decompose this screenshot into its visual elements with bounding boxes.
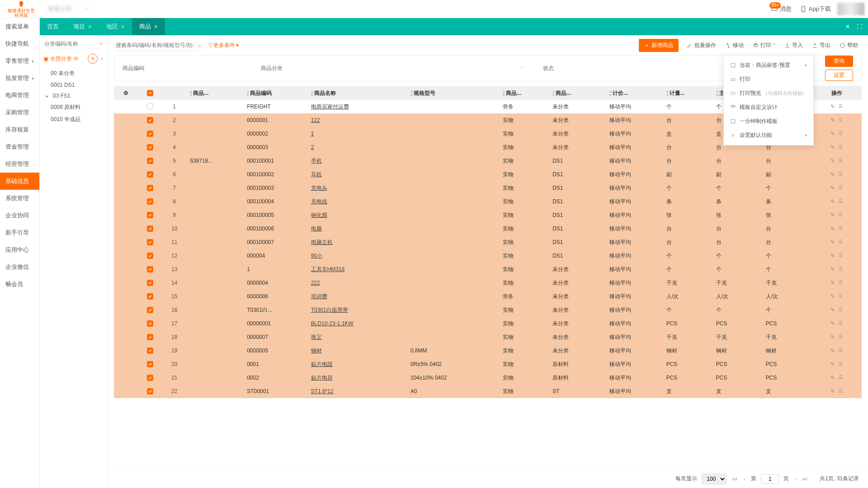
row-checkbox[interactable] <box>147 320 153 327</box>
cell-name[interactable]: 1 <box>307 127 407 141</box>
row-checkbox[interactable] <box>147 375 153 381</box>
more-row-button[interactable]: ⠿ <box>839 158 843 164</box>
column-category[interactable]: ▴▾商品... <box>549 86 606 100</box>
row-checkbox[interactable] <box>147 131 153 137</box>
edit-row-button[interactable]: ✎ <box>830 158 835 164</box>
category-all[interactable]: ▣ 全部分类 ⟳ <box>43 55 78 63</box>
row-checkbox[interactable] <box>147 253 153 259</box>
more-row-button[interactable]: ⠿ <box>839 131 843 137</box>
add-product-button[interactable]: ＋ 新增商品 <box>639 39 679 52</box>
edit-row-button[interactable]: ✎ <box>830 361 835 367</box>
sidebar-item[interactable]: 系统管理 <box>0 190 39 207</box>
batch-ops-button[interactable]: 批量操作 <box>683 42 720 49</box>
column-pricing[interactable]: ▴▾计价... <box>606 86 663 100</box>
more-row-button[interactable]: ⠿ <box>839 103 843 110</box>
cell-name[interactable]: 充电头 <box>307 181 407 195</box>
org-selector[interactable]: 某某公司 ﹀ <box>48 5 91 13</box>
more-row-button[interactable]: ⠿ <box>839 307 843 313</box>
cell-name[interactable]: 2 <box>307 141 407 154</box>
row-checkbox[interactable] <box>147 171 153 178</box>
sidebar-item[interactable]: 企业微信 <box>0 258 39 276</box>
cell-name[interactable]: 122 <box>307 113 407 127</box>
row-checkbox[interactable] <box>147 347 153 354</box>
sidebar-item[interactable]: 电商管理 <box>0 87 39 104</box>
category-item[interactable]: 0010 半成品 <box>40 113 107 126</box>
sidebar-item[interactable]: 批发管理▾ <box>0 70 39 87</box>
more-row-button[interactable]: ⠿ <box>839 388 843 394</box>
filter-category-select[interactable]: ﹀ <box>291 64 525 72</box>
cell-name[interactable]: 钢材 <box>307 344 407 357</box>
category-edit-button[interactable]: ✎ <box>88 54 98 64</box>
fullscreen-button[interactable]: ⛶ <box>854 21 865 33</box>
tab[interactable]: 地区✕ <box>99 18 132 35</box>
sidebar-item[interactable]: 采购管理 <box>0 104 39 121</box>
category-item[interactable]: 03 FS1 <box>40 90 107 101</box>
sidebar-item[interactable]: 畅会员 <box>0 276 39 293</box>
edit-row-button[interactable]: ✎ <box>830 185 835 191</box>
export-button[interactable]: 导出 <box>808 42 834 49</box>
edit-row-button[interactable]: ✎ <box>830 320 835 327</box>
cell-name[interactable]: 珠宝 <box>307 330 407 344</box>
print-current-template[interactable]: 当前：商品标签-预置▾ <box>724 58 813 72</box>
more-row-button[interactable]: ⠿ <box>839 185 843 191</box>
edit-row-button[interactable]: ✎ <box>830 347 835 354</box>
sidebar-item[interactable]: 零售管理▾ <box>0 52 39 70</box>
category-collapse-button[interactable]: « <box>100 56 104 62</box>
row-checkbox[interactable] <box>147 361 153 367</box>
move-button[interactable]: 移动 <box>722 42 747 49</box>
row-checkbox[interactable] <box>147 225 153 232</box>
filter-code-input[interactable] <box>152 68 243 69</box>
cell-name[interactable]: 耳机 <box>307 168 407 181</box>
print-button[interactable]: 打印 ˄ <box>749 42 779 49</box>
sidebar-item[interactable]: 搜索菜单 <box>0 18 39 35</box>
edit-row-button[interactable]: ✎ <box>830 293 835 300</box>
first-page-button[interactable]: ⏮ <box>731 476 738 482</box>
page-input[interactable] <box>761 474 779 484</box>
more-row-button[interactable]: ⠿ <box>839 334 843 340</box>
sidebar-item[interactable]: 企业协同 <box>0 207 39 224</box>
more-row-button[interactable]: ⠿ <box>839 375 843 381</box>
row-checkbox[interactable] <box>147 388 153 394</box>
cell-name[interactable]: ST1.6*12 <box>307 385 407 398</box>
column-code[interactable]: ▴▾商品编码 <box>243 86 307 100</box>
column-measure[interactable]: ▴▾计量... <box>663 86 712 100</box>
cell-name[interactable]: 手机 <box>307 154 407 168</box>
close-icon[interactable]: ✕ <box>121 24 125 30</box>
sidebar-item[interactable]: 经营管理 <box>0 155 39 173</box>
template-quick-action[interactable]: 一分钟制作模板 <box>724 114 813 128</box>
sidebar-item[interactable]: 基础信息 <box>0 173 39 190</box>
settings-button[interactable]: 设置 <box>825 70 853 81</box>
row-checkbox[interactable] <box>147 280 153 286</box>
cell-name[interactable]: 222 <box>307 276 407 290</box>
app-download-button[interactable]: App下载 <box>800 5 831 13</box>
edit-row-button[interactable]: ✎ <box>830 388 835 394</box>
edit-row-button[interactable]: ✎ <box>830 239 835 245</box>
more-row-button[interactable]: ⠿ <box>839 239 843 245</box>
column-attr[interactable]: ▴▾商品... <box>499 86 549 100</box>
more-row-button[interactable]: ⠿ <box>839 347 843 354</box>
tab-close-button[interactable]: ✕ <box>842 21 854 33</box>
tab[interactable]: 首页 <box>40 18 66 35</box>
row-checkbox[interactable] <box>147 117 153 123</box>
edit-row-button[interactable]: ✎ <box>830 253 835 259</box>
edit-row-button[interactable]: ✎ <box>830 266 835 272</box>
next-page-button[interactable]: › <box>793 476 797 482</box>
edit-row-button[interactable]: ✎ <box>830 334 835 340</box>
column-barcode[interactable]: ▴▾商品... <box>186 86 243 100</box>
edit-row-button[interactable]: ✎ <box>830 212 835 218</box>
help-button[interactable]: 帮助 <box>836 42 862 49</box>
print-action[interactable]: 打印 <box>724 72 813 86</box>
tab[interactable]: 商品✕ <box>132 18 165 35</box>
sidebar-item[interactable]: 资金管理 <box>0 138 39 155</box>
category-item[interactable]: 0009 原材料 <box>40 101 107 113</box>
messages-button[interactable]: 消息 99+ <box>771 5 792 13</box>
category-item[interactable]: 00 未分类 <box>40 67 107 80</box>
more-row-button[interactable]: ⠿ <box>839 293 843 300</box>
row-checkbox[interactable] <box>147 158 153 164</box>
cell-name[interactable]: 贴片电阻 <box>307 357 407 371</box>
sidebar-item[interactable]: 快捷导航 <box>0 35 39 52</box>
row-checkbox[interactable] <box>147 334 153 340</box>
import-button[interactable]: 导入 <box>781 42 807 49</box>
sidebar-item[interactable]: 库存核算 <box>0 121 39 138</box>
column-settings[interactable]: ⚙ <box>114 86 138 100</box>
